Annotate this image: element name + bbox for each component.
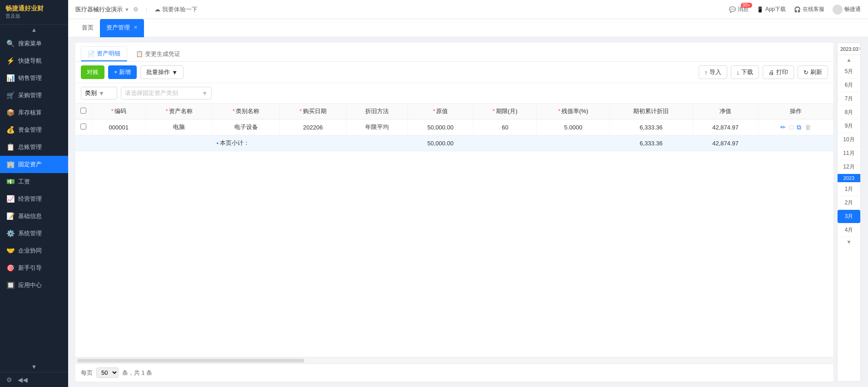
row-purchase-date: 202206 (279, 119, 346, 135)
row-name: 电脑 (146, 119, 213, 135)
box-icon: 📦 (6, 109, 15, 117)
company-selector[interactable]: 医疗器械行业演示 ▼ ⚙ (75, 5, 139, 14)
sidebar-item-basicinfo[interactable]: 📝 基础信息 (0, 208, 68, 225)
online-service-button[interactable]: 🎧 在线客服 (794, 5, 824, 13)
col-checkbox (75, 104, 92, 119)
month-item[interactable]: 1月 (838, 183, 860, 196)
download-icon: 📱 (757, 6, 764, 13)
batch-ops-button[interactable]: 批量操作 ▼ (140, 65, 184, 79)
main-area: 医疗器械行业演示 ▼ ⚙ | ☁ 我要体验一下 💬 消息 99+ 📱 App下载… (68, 0, 868, 387)
sidebar-item-cooperation[interactable]: 🤝 企业协同 (0, 242, 68, 259)
tab-home[interactable]: 首页 (75, 19, 100, 37)
sidebar-item-sales[interactable]: 📊 销售管理 (0, 69, 68, 87)
row-checkbox (75, 119, 92, 135)
month-item[interactable]: 2月 (838, 196, 860, 210)
payroll-icon: 💵 (6, 178, 15, 186)
month-item[interactable]: 3月 (838, 210, 860, 223)
month-item[interactable]: 8月 (838, 106, 860, 119)
company-name: 医疗器械行业演示 (75, 5, 123, 14)
month-item[interactable]: 5月 (838, 65, 860, 79)
month-item[interactable]: 6月 (838, 79, 860, 92)
topbar-divider: | (146, 6, 147, 13)
subtotal-net-value: 42,874.97 (693, 135, 759, 151)
experience-button[interactable]: ☁ 我要体验一下 (154, 5, 198, 14)
reconcile-button[interactable]: 对账 (81, 65, 104, 79)
col-net-value: 净值 (693, 104, 759, 119)
right-panel: 2023.03 ✕ ⤢ ▲ 5月6月7月8月9月10月11月12月20231月2… (837, 43, 861, 382)
col-original-value: *原值 (407, 104, 473, 119)
year-badge[interactable]: 2023 (838, 174, 860, 183)
category-dropdown[interactable]: 请选择固定资产类别 ▼ (121, 87, 212, 99)
chevron-down-icon: ▼ (172, 69, 178, 76)
sidebar-item-payroll[interactable]: 💵 工资 (0, 173, 68, 190)
sub-tab-change-voucher[interactable]: 📋 变更生成凭证 (129, 47, 187, 61)
sidebar-item-purchase[interactable]: 🛒 采购管理 (0, 87, 68, 104)
import-icon: ↑ (704, 69, 708, 76)
row-accumulated-depreciation: 6,333.36 (610, 119, 692, 135)
gear-settings-icon[interactable]: ⚙ (133, 6, 139, 13)
copy-icon[interactable]: □ (789, 124, 793, 131)
import-button[interactable]: ↑ 导入 (699, 65, 727, 79)
toolbar: 对账 + 新增 批量操作 ▼ ↑ 导入 ↓ 下载 (75, 62, 833, 83)
duplicate-icon[interactable]: ⧉ (797, 124, 801, 131)
tab-asset-mgmt[interactable]: 资产管理 ✕ (100, 19, 144, 37)
settings-icon[interactable]: ⚙ (6, 376, 12, 383)
messages-button[interactable]: 💬 消息 99+ (729, 5, 749, 13)
sidebar-item-quicknav[interactable]: ⚡ 快捷导航 (0, 52, 68, 69)
row-residual-rate: 5.0000 (537, 119, 610, 135)
topbar-right: 💬 消息 99+ 📱 App下载 🎧 在线客服 畅捷通 (729, 5, 861, 15)
sidebar-item-ledger[interactable]: 📋 总账管理 (0, 139, 68, 156)
delete-icon[interactable]: 🗑 (805, 124, 811, 131)
new-button[interactable]: + 新增 (108, 65, 137, 79)
per-page-select[interactable]: 50 (96, 367, 119, 378)
sidebar-item-inventory[interactable]: 📦 库存核算 (0, 104, 68, 121)
app-download-button[interactable]: 📱 App下载 (757, 5, 786, 13)
year-month-label: 2023.03 (840, 46, 858, 52)
download-button[interactable]: ↓ 下载 (731, 65, 759, 79)
col-category: *类别名称 (213, 104, 279, 119)
month-item[interactable]: 11月 (838, 147, 860, 160)
voucher-icon: 📋 (136, 50, 143, 57)
sidebar-item-fixedassets[interactable]: 🏢 固定资产 (0, 156, 68, 173)
col-period: *期限(月) (473, 104, 536, 119)
sidebar-item-system[interactable]: ⚙️ 系统管理 (0, 225, 68, 242)
sidebar-item-operations[interactable]: 📈 经营管理 (0, 190, 68, 208)
scrollbar-thumb[interactable] (77, 359, 304, 362)
refresh-icon: ↻ (804, 69, 808, 76)
month-item[interactable]: 12月 (838, 160, 860, 174)
sidebar-scroll-up[interactable]: ▲ (0, 25, 68, 35)
month-item[interactable]: 4月 (838, 223, 860, 237)
sidebar-item-appcenter[interactable]: 🔲 应用中心 (0, 277, 68, 294)
money-icon: 💰 (6, 126, 15, 134)
scroll-down-months-icon[interactable]: ▼ (838, 237, 860, 247)
table-footer: 每页 50 条，共 1 条 (75, 363, 833, 382)
sidebar-item-guide[interactable]: 🎯 新手引导 (0, 259, 68, 277)
tab-close-icon[interactable]: ✕ (134, 25, 138, 30)
row-code: 000001 (92, 119, 146, 135)
month-item[interactable]: 7月 (838, 92, 860, 106)
select-all-checkbox[interactable] (80, 108, 86, 114)
col-code: *编码 (92, 104, 146, 119)
months-container: 5月6月7月8月9月10月11月12月20231月2月3月4月 (838, 65, 860, 237)
sidebar-scroll-down[interactable]: ▼ (0, 362, 68, 372)
scroll-up-months-icon[interactable]: ▲ (838, 55, 860, 65)
row-actions: ✏ □ ⧉ 🗑 (759, 119, 833, 135)
user-menu[interactable]: 畅捷通 (833, 5, 861, 15)
row-select-checkbox[interactable] (80, 124, 86, 129)
category-type-selector[interactable]: 类别 ▼ (81, 87, 117, 99)
col-name: *资产名称 (146, 104, 213, 119)
collapse-icon[interactable]: ◀◀ (18, 376, 28, 383)
print-button[interactable]: 🖨 打印 (763, 65, 794, 79)
edit-icon[interactable]: ✏ (780, 124, 786, 131)
refresh-button[interactable]: ↻ 刷新 (798, 65, 828, 79)
print-icon: 🖨 (769, 69, 774, 76)
app-icon: 🔲 (6, 281, 15, 289)
close-panel-icon[interactable]: ✕ (858, 46, 861, 52)
sub-tab-asset-detail[interactable]: 📄 资产明细 (81, 46, 127, 61)
sidebar-item-search[interactable]: 🔍 搜索菜单 (0, 35, 68, 52)
main-panel: 📄 资产明细 📋 变更生成凭证 对账 + 新增 批量操作 ▼ (75, 43, 833, 382)
month-item[interactable]: 9月 (838, 119, 860, 133)
sidebar-item-finance[interactable]: 💰 资金管理 (0, 121, 68, 139)
month-item[interactable]: 10月 (838, 133, 860, 147)
horizontal-scrollbar[interactable] (75, 357, 833, 363)
